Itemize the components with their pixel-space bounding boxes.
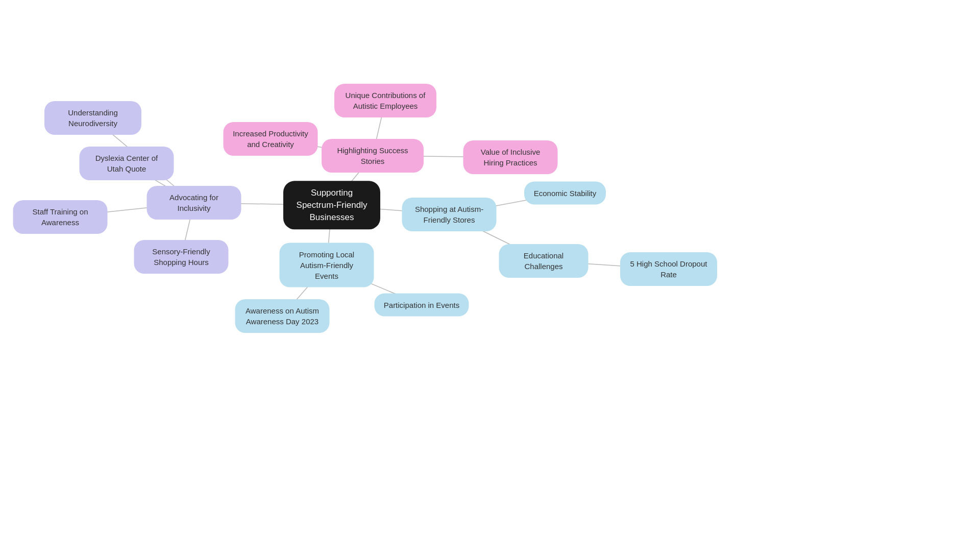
- node-dyslexia-center[interactable]: Dyslexia Center of Utah Quote: [80, 147, 174, 180]
- node-value-inclusive[interactable]: Value of Inclusive Hiring Practices: [463, 140, 558, 174]
- node-awareness-day[interactable]: Awareness on Autism Awareness Day 2023: [235, 299, 330, 333]
- node-high-school-dropout[interactable]: 5 High School Dropout Rate: [620, 252, 717, 286]
- node-staff-training[interactable]: Staff Training on Awareness: [13, 200, 108, 234]
- node-sensory-shopping[interactable]: Sensory-Friendly Shopping Hours: [134, 240, 229, 274]
- node-economic-stability[interactable]: Economic Stability: [524, 182, 606, 205]
- connections-svg: [0, 0, 980, 553]
- node-promoting-events[interactable]: Promoting Local Autism-Friendly Events: [280, 243, 374, 287]
- node-advocating-inclusivity[interactable]: Advocating for Inclusivity: [147, 186, 241, 220]
- node-highlighting-success[interactable]: Highlighting Success Stories: [322, 139, 424, 173]
- node-increased-productivity[interactable]: Increased Productivity and Creativity: [224, 122, 318, 156]
- node-educational-challenges[interactable]: Educational Challenges: [499, 244, 589, 278]
- node-shopping-autism[interactable]: Shopping at Autism-Friendly Stores: [402, 198, 497, 231]
- node-unique-contributions[interactable]: Unique Contributions of Autistic Employe…: [334, 84, 436, 117]
- mindmap-container: Supporting Spectrum-Friendly BusinessesH…: [0, 0, 980, 553]
- node-participation-events[interactable]: Participation in Events: [375, 294, 469, 317]
- node-understanding-neurodiversity[interactable]: Understanding Neurodiversity: [44, 101, 141, 135]
- center-node[interactable]: Supporting Spectrum-Friendly Businesses: [283, 181, 380, 229]
